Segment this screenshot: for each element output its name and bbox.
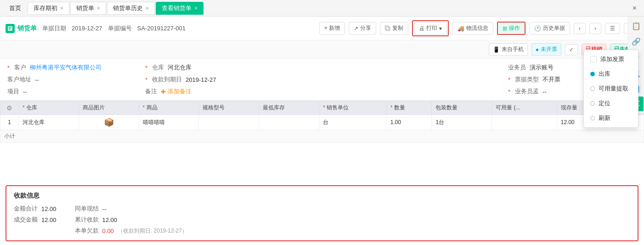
add-invoice-label: 添加发票 bbox=[600, 55, 624, 63]
field-row-2: 客户地址 -- * 收款到期日 2019-12-27 * 票据类型 不开票 bbox=[7, 75, 637, 84]
menu-available-qty[interactable]: 可用量提取 bbox=[584, 81, 638, 96]
operations-section: ⊞ 操作 bbox=[497, 22, 525, 35]
logistics-label: 物流信息 bbox=[466, 24, 488, 32]
next-button[interactable]: › bbox=[589, 23, 601, 34]
tab-sales-history[interactable]: 销货单历史 × bbox=[107, 2, 155, 15]
svg-rect-0 bbox=[8, 26, 12, 31]
col-warehouse: 仓库 bbox=[19, 101, 79, 115]
ticket-required: * bbox=[508, 76, 510, 83]
date-value: 2019-12-27 bbox=[72, 25, 102, 32]
cell-warehouse: 河北仓库 bbox=[19, 115, 79, 130]
share-button[interactable]: ↗ 分享 bbox=[349, 22, 376, 34]
salesperson-label: 业务员孟 bbox=[515, 87, 539, 96]
operations-button[interactable]: ⊞ 操作 bbox=[498, 23, 525, 34]
table-header: ⚙ 仓库 商品图片 商品 规格型号 最低库存 销售单位 数量 包装数量 可用量 … bbox=[0, 101, 644, 115]
cell-pack-qty: 1台 bbox=[432, 115, 492, 130]
sidebar-icon-clipboard[interactable]: 📋 bbox=[629, 18, 644, 33]
menu-locate[interactable]: 定位 bbox=[584, 96, 638, 111]
order-debt-label: 本单欠款 bbox=[75, 227, 99, 235]
cumulative-receipt-label: 累计收款 bbox=[75, 216, 99, 224]
toolbar-row: 📱 来自手机 ● 未开票 ✓ 已核销 已生效 添加发票 出 bbox=[0, 40, 644, 59]
tab-inventory-close[interactable]: × bbox=[60, 5, 63, 11]
not-open-label: 未开票 bbox=[541, 46, 557, 53]
history-button[interactable]: 🕐 历史单据 bbox=[529, 22, 570, 34]
available-qty-icon bbox=[590, 86, 595, 91]
warehouse-required: * bbox=[145, 64, 147, 71]
print-label: 打印 bbox=[426, 24, 437, 32]
print-button[interactable]: 🖨 打印 ▾ bbox=[414, 22, 447, 34]
field-row-1: * 客户 柳州粤港平安气体有限公司 * 仓库 河北仓库 业务员 演示账号 bbox=[7, 63, 637, 72]
col-unit: 销售单位 bbox=[319, 101, 386, 115]
menu-refresh[interactable]: 刷新 bbox=[584, 111, 638, 125]
tab-inventory[interactable]: 库存期初 × bbox=[28, 2, 69, 15]
not-open-button[interactable]: ● 未开票 bbox=[531, 43, 561, 56]
bottom-panel-title: 收款信息 bbox=[14, 192, 630, 200]
print-section: 🖨 打印 ▾ bbox=[412, 20, 449, 36]
bottom-col-right: 同单现结 -- 累计收款 12.00 本单欠款 0.00 （收款到期日: 201… bbox=[75, 205, 187, 235]
tab-sales-history-close[interactable]: × bbox=[146, 5, 149, 11]
ticket-type-label: 票据类型 bbox=[515, 75, 539, 84]
project-label: 项目 bbox=[7, 87, 19, 96]
prev-button[interactable]: ‹ bbox=[574, 23, 586, 34]
col-available: 可用量 (... bbox=[492, 101, 557, 115]
tab-view-sales[interactable]: 查看销货单 × bbox=[156, 2, 203, 15]
add-note-label: 添加备注 bbox=[168, 87, 192, 96]
number-label: 单据编号 bbox=[108, 24, 132, 33]
menu-add-invoice[interactable]: 添加发票 bbox=[584, 52, 638, 67]
sidebar-icon-link[interactable]: 🔗 bbox=[629, 34, 644, 49]
add-note-button[interactable]: ✚ 添加备注 bbox=[161, 87, 192, 96]
table-body: 1 河北仓库 📦 嘻嘻嘻嘻 台 1.00 1台 12.00 0. bbox=[0, 115, 644, 143]
tab-sales-close[interactable]: × bbox=[97, 5, 100, 11]
due-date-field: * 收款到期日 2019-12-27 bbox=[145, 75, 274, 84]
salesperson-value: -- bbox=[542, 88, 547, 95]
warehouse-field: * 仓库 河北仓库 bbox=[145, 63, 274, 72]
form-header-left: 销货单 单据日期 2019-12-27 单据编号 SA-20191227-001 bbox=[6, 24, 312, 33]
copy-button[interactable]: ⿻ 复制 bbox=[380, 22, 408, 34]
logistics-button[interactable]: 🚚 物流信息 bbox=[452, 22, 493, 34]
subtotal-label: 小计 bbox=[0, 130, 644, 143]
bottom-panel: 收款信息 金额合计 12.00 成交金额 12.00 同单现结 -- bbox=[6, 185, 638, 241]
tab-inventory-label: 库存期初 bbox=[34, 4, 57, 12]
check-icon-btn[interactable]: ✓ bbox=[565, 44, 578, 55]
form-type-badge: 销货单 bbox=[6, 24, 37, 33]
data-table: ⚙ 仓库 商品图片 商品 规格型号 最低库存 销售单位 数量 包装数量 可用量 … bbox=[0, 101, 644, 182]
customer-value[interactable]: 柳州粤港平安气体有限公司 bbox=[30, 63, 102, 72]
refresh-label: 刷新 bbox=[599, 114, 610, 122]
product-image: 📦 bbox=[104, 118, 114, 127]
operations-label: 操作 bbox=[509, 24, 520, 32]
form-header-actions: + 新增 ↗ 分享 ⿻ 复制 🖨 打印 ▾ 🚚 bbox=[319, 20, 638, 36]
new-button[interactable]: + 新增 bbox=[319, 22, 345, 34]
order-debt-note: （收款到期日: 2019-12-27） bbox=[118, 227, 187, 235]
number-value: SA-20191227-001 bbox=[137, 25, 186, 32]
deal-amount-field: 成交金额 12.00 bbox=[14, 216, 56, 224]
copy-label: 复制 bbox=[392, 24, 403, 32]
tab-view-sales-close[interactable]: × bbox=[194, 5, 198, 11]
col-settings[interactable]: ⚙ bbox=[0, 101, 19, 115]
locate-label: 定位 bbox=[599, 99, 610, 108]
grid-view-button[interactable]: ☰ bbox=[605, 23, 620, 34]
total-amount-value: 12.00 bbox=[41, 205, 56, 212]
cell-image: 📦 bbox=[79, 115, 139, 130]
history-label: 历史单据 bbox=[543, 24, 565, 32]
window-close-button[interactable]: × bbox=[629, 4, 640, 12]
sales-order-icon bbox=[6, 24, 15, 33]
refresh-icon bbox=[590, 116, 595, 120]
address-value: -- bbox=[35, 76, 39, 83]
warehouse-value: 河北仓库 bbox=[168, 63, 192, 72]
from-phone-button[interactable]: 📱 来自手机 bbox=[489, 43, 528, 56]
customer-field: * 客户 柳州粤港平安气体有限公司 bbox=[7, 63, 136, 72]
order-debt-value: 0.00 bbox=[102, 228, 114, 234]
cell-quantity: 1.00 bbox=[386, 115, 432, 130]
note-field: 备注 ✚ 添加备注 bbox=[145, 87, 274, 96]
menu-outbound[interactable]: 出库 bbox=[584, 67, 638, 81]
tab-home[interactable]: 首页 bbox=[4, 4, 27, 12]
locate-icon bbox=[590, 101, 595, 106]
print-icon: 🖨 bbox=[419, 25, 424, 32]
tab-sales[interactable]: 销货单 × bbox=[70, 2, 106, 15]
settings-icon[interactable]: ⚙ bbox=[6, 104, 12, 112]
single-settlement-field: 同单现结 -- bbox=[75, 205, 187, 213]
customer-required: * bbox=[7, 64, 10, 71]
deal-amount-value: 12.00 bbox=[41, 217, 56, 223]
col-min-stock: 最低库存 bbox=[259, 101, 319, 115]
tab-sales-history-label: 销货单历史 bbox=[113, 4, 143, 12]
